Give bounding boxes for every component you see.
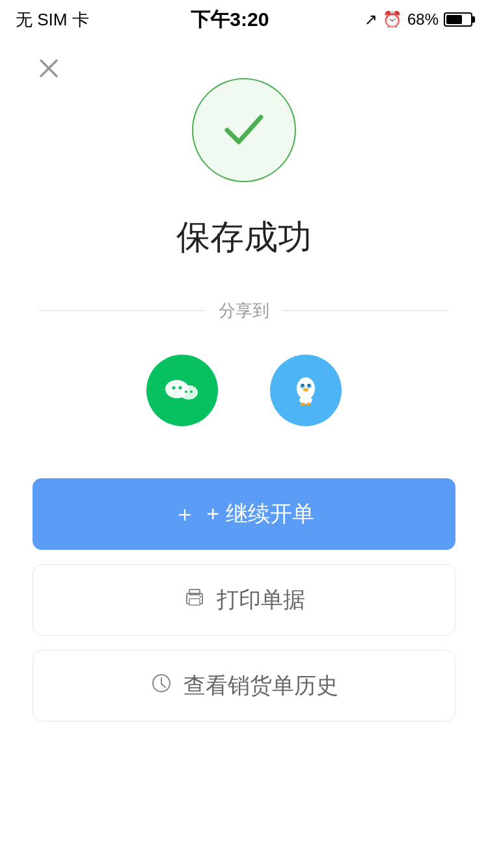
action-buttons: ＋ + 继续开单 打印单据 查看销货单历史 [0,478,488,722]
share-label: 分享到 [219,299,269,322]
alarm-icon: ⏰ [383,10,402,29]
status-time: 下午3:20 [191,7,269,33]
continue-button[interactable]: ＋ + 继续开单 [33,478,455,550]
battery-percent: 68% [407,10,439,29]
svg-rect-19 [189,599,200,605]
history-icon [150,671,173,700]
carrier-text: 无 SIM 卡 [16,8,89,31]
status-bar: 无 SIM 卡 下午3:20 ↗ ⏰ 68% [0,0,488,39]
qq-share-button[interactable] [270,355,342,426]
svg-rect-17 [306,403,311,405]
status-right: ↗ ⏰ 68% [364,10,472,29]
svg-point-6 [179,387,182,390]
continue-label: + 继续开单 [206,499,314,529]
print-button[interactable]: 打印单据 [33,564,455,636]
share-section: 分享到 [0,299,488,426]
check-icon [218,103,270,157]
svg-point-8 [190,390,193,393]
success-circle [192,78,296,182]
history-label: 查看销货单历史 [183,671,338,701]
print-label: 打印单据 [217,585,305,615]
wechat-share-button[interactable] [146,355,218,426]
main-content: 保存成功 分享到 [0,39,488,722]
print-icon [183,586,206,614]
status-left: 无 SIM 卡 [16,8,96,31]
svg-point-5 [172,387,176,390]
svg-rect-16 [301,403,305,405]
svg-point-14 [308,385,310,387]
share-icons [39,355,449,426]
svg-point-7 [185,390,187,393]
location-icon: ↗ [364,10,377,29]
svg-point-21 [200,596,202,598]
svg-point-4 [180,385,198,400]
success-title: 保存成功 [176,215,312,260]
battery-indicator [444,12,472,27]
divider-right [282,310,449,311]
close-button[interactable] [33,52,65,85]
divider-left [39,310,206,311]
divider-label: 分享到 [39,299,449,322]
continue-plus-icon: ＋ [174,499,196,529]
svg-point-13 [302,385,304,387]
history-button[interactable]: 查看销货单历史 [33,650,455,722]
svg-point-15 [303,388,308,392]
svg-point-10 [299,396,312,404]
